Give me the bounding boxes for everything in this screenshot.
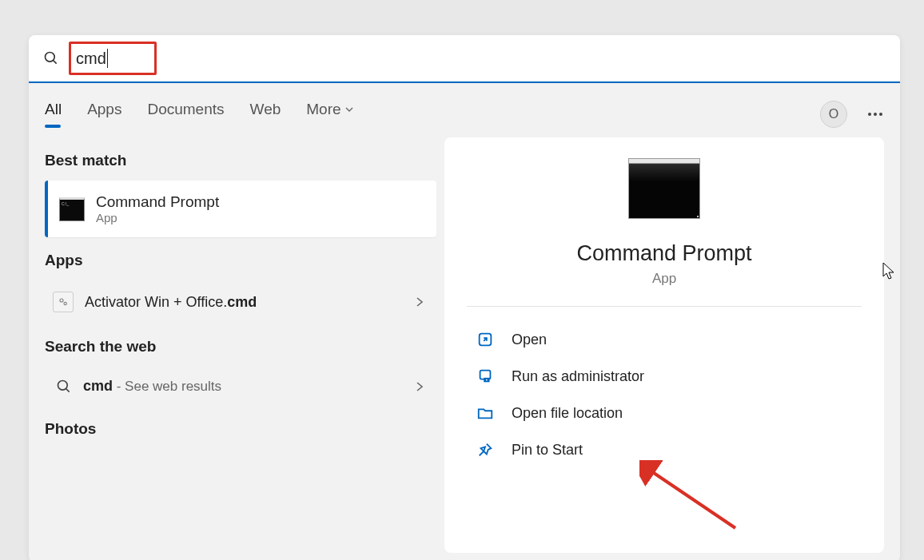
gear-icon	[53, 292, 74, 312]
preview-title: Command Prompt	[576, 241, 751, 266]
divider	[467, 306, 862, 307]
chevron-right-icon	[416, 296, 424, 308]
search-icon	[43, 50, 59, 66]
best-match-result[interactable]: Command Prompt App	[45, 181, 436, 237]
tab-web[interactable]: Web	[250, 101, 281, 123]
app-result-activator[interactable]: Activator Win + Office.cmd	[45, 280, 436, 324]
text-cursor	[107, 49, 108, 68]
more-options-button[interactable]	[868, 113, 882, 116]
command-prompt-icon-large	[628, 163, 700, 219]
folder-icon	[476, 404, 494, 422]
action-open-location[interactable]: Open file location	[476, 395, 852, 431]
start-search-panel: cmd All Apps Documents Web More O Best m…	[29, 35, 900, 560]
search-tabs: All Apps Documents Web More O	[29, 83, 900, 137]
action-label: Pin to Start	[512, 442, 583, 459]
action-pin-start[interactable]: Pin to Start	[476, 431, 852, 468]
search-input-text[interactable]: cmd	[76, 50, 106, 68]
open-icon	[476, 331, 494, 348]
section-apps: Apps	[45, 252, 436, 269]
chevron-down-icon	[345, 105, 354, 114]
web-result-cmd[interactable]: cmd - See web results	[45, 367, 436, 406]
action-run-admin[interactable]: Run as administrator	[476, 358, 852, 395]
tab-all[interactable]: All	[45, 101, 62, 123]
preview-pane: Command Prompt App Open Run as administr…	[444, 137, 884, 553]
command-prompt-icon	[59, 197, 85, 221]
action-label: Open file location	[512, 405, 623, 422]
search-icon	[56, 379, 72, 395]
result-subtitle: App	[96, 211, 219, 224]
svg-line-1	[54, 61, 57, 64]
svg-point-3	[64, 302, 66, 304]
results-column: Best match Command Prompt App Apps Activ…	[45, 137, 436, 553]
svg-point-0	[46, 53, 55, 62]
svg-point-4	[58, 380, 68, 390]
svg-point-8	[486, 379, 488, 381]
section-web: Search the web	[45, 338, 436, 355]
action-label: Run as administrator	[512, 368, 644, 385]
action-open[interactable]: Open	[476, 321, 852, 358]
chevron-right-icon	[416, 381, 424, 392]
action-label: Open	[512, 332, 547, 348]
tab-more[interactable]: More	[306, 101, 353, 123]
search-bar[interactable]: cmd	[29, 35, 900, 83]
app-result-label: Activator Win + Office.cmd	[85, 294, 257, 311]
search-highlight-box: cmd	[69, 42, 157, 75]
tab-more-label: More	[306, 101, 341, 118]
tab-apps[interactable]: Apps	[87, 101, 121, 123]
result-title: Command Prompt	[96, 193, 219, 211]
section-photos: Photos	[45, 420, 436, 438]
section-best-match: Best match	[45, 152, 436, 169]
web-result-label: cmd - See web results	[83, 378, 221, 395]
svg-point-2	[60, 299, 63, 302]
tab-documents[interactable]: Documents	[147, 101, 224, 123]
pin-icon	[476, 441, 494, 459]
user-avatar[interactable]: O	[820, 101, 847, 128]
preview-subtitle: App	[652, 271, 676, 287]
svg-line-5	[66, 388, 70, 391]
shield-icon	[476, 367, 494, 385]
